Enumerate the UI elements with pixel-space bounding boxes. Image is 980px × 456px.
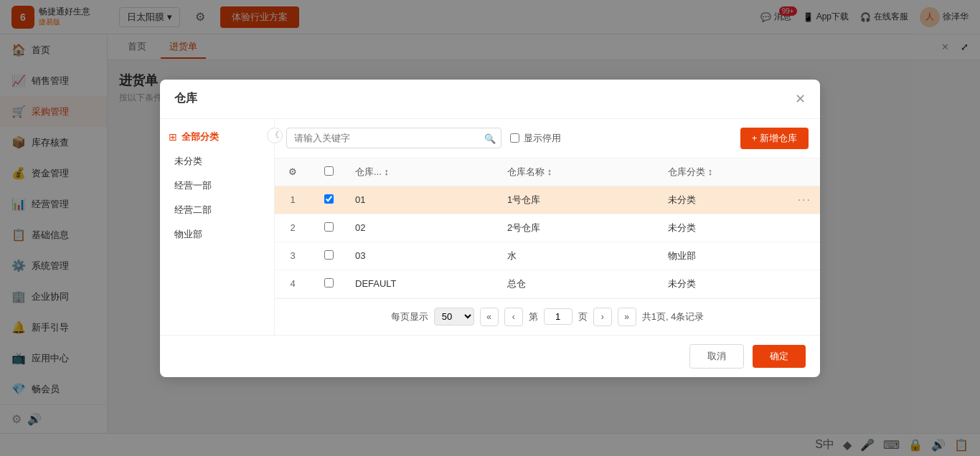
row-checkbox-cell[interactable]: [311, 242, 347, 270]
row-category: 物业部···: [659, 242, 820, 270]
col-category[interactable]: 仓库分类 ↕: [659, 158, 820, 186]
show-disabled-checkbox[interactable]: [510, 133, 519, 143]
row-name: 1号仓库: [499, 186, 659, 214]
col-name[interactable]: 仓库名称 ↕: [499, 158, 659, 186]
page-suffix: 页: [578, 310, 588, 323]
add-warehouse-button[interactable]: + 新增仓库: [740, 128, 809, 149]
table-row[interactable]: 2 02 2号仓库 未分类···: [275, 214, 820, 242]
total-info: 共1页, 4条记录: [642, 310, 705, 323]
row-checkbox-cell[interactable]: [311, 214, 347, 242]
row-name: 水: [499, 242, 659, 270]
show-disabled-label[interactable]: 显示停用: [510, 132, 561, 145]
first-page-button[interactable]: «: [480, 308, 499, 326]
modal-footer: 取消 确定: [160, 335, 820, 377]
row-checkbox-cell[interactable]: [311, 270, 347, 298]
next-page-button[interactable]: ›: [593, 308, 612, 326]
row-name: 2号仓库: [499, 214, 659, 242]
row-checkbox-cell[interactable]: [311, 186, 347, 214]
page-label: 第: [529, 310, 538, 323]
category-unclassified[interactable]: 未分类: [160, 149, 274, 174]
modal-overlay: 仓库 ✕ ⊞ 全部分类 《 未分类 经营一部 经营二部: [0, 0, 980, 456]
prev-page-button[interactable]: ‹: [504, 308, 523, 326]
row-number: 2: [275, 214, 311, 242]
row-code: 01: [347, 186, 499, 214]
row-code: 02: [347, 214, 499, 242]
modal-title: 仓库: [174, 91, 197, 106]
content-panel: 🔍 显示停用 + 新增仓库 ⚙: [275, 119, 820, 335]
row-code: 03: [347, 242, 499, 270]
last-page-button[interactable]: »: [618, 308, 636, 326]
table-row[interactable]: 4 DEFAULT 总仓 未分类···: [275, 270, 820, 298]
search-icon[interactable]: 🔍: [484, 133, 496, 143]
table-row[interactable]: 3 03 水 物业部···: [275, 242, 820, 270]
modal-close-button[interactable]: ✕: [795, 91, 806, 107]
content-toolbar: 🔍 显示停用 + 新增仓库: [275, 119, 820, 158]
row-checkbox[interactable]: [324, 250, 334, 260]
category-panel: ⊞ 全部分类 《 未分类 经营一部 经营二部 物业部: [160, 119, 275, 335]
all-category-label: 全部分类: [182, 130, 219, 143]
grid-icon: ⊞: [169, 131, 177, 143]
col-code[interactable]: 仓库... ↕: [347, 158, 499, 186]
search-input[interactable]: [286, 128, 501, 148]
row-number: 3: [275, 242, 311, 270]
warehouse-table: ⚙ 仓库... ↕ 仓库名称 ↕ 仓库分类 ↕: [275, 158, 820, 298]
per-page-select[interactable]: 50 100 200: [434, 308, 474, 326]
row-category: 未分类···: [659, 186, 820, 214]
select-all-checkbox[interactable]: [324, 166, 334, 176]
row-name: 总仓: [499, 270, 659, 298]
row-number: 1: [275, 186, 311, 214]
collapse-panel-button[interactable]: 《: [267, 128, 283, 143]
row-checkbox[interactable]: [324, 278, 334, 288]
category-property[interactable]: 物业部: [160, 222, 274, 247]
row-code: DEFAULT: [347, 270, 499, 298]
warehouse-table-wrap: ⚙ 仓库... ↕ 仓库名称 ↕ 仓库分类 ↕: [275, 158, 820, 298]
row-actions-icon[interactable]: ···: [798, 194, 811, 206]
modal-header: 仓库 ✕: [160, 80, 820, 119]
cancel-button[interactable]: 取消: [689, 344, 744, 369]
confirm-button[interactable]: 确定: [753, 345, 806, 368]
modal-body: ⊞ 全部分类 《 未分类 经营一部 经营二部 物业部: [160, 119, 820, 335]
category-dept1[interactable]: 经营一部: [160, 174, 274, 198]
all-category-button[interactable]: ⊞ 全部分类: [160, 125, 274, 149]
per-page-label: 每页显示: [391, 310, 428, 323]
row-checkbox[interactable]: [324, 194, 334, 204]
row-number: 4: [275, 270, 311, 298]
search-wrap: 🔍: [286, 128, 501, 148]
row-checkbox[interactable]: [324, 222, 334, 232]
table-row[interactable]: 1 01 1号仓库 未分类···: [275, 186, 820, 214]
col-settings: ⚙: [275, 158, 311, 186]
col-checkbox: [311, 158, 347, 186]
pagination-bar: 每页显示 50 100 200 « ‹ 第 页 › » 共1页, 4条记录: [275, 298, 820, 335]
row-category: 未分类···: [659, 270, 820, 298]
page-number-input[interactable]: [544, 308, 573, 325]
warehouse-modal: 仓库 ✕ ⊞ 全部分类 《 未分类 经营一部 经营二部: [160, 80, 820, 377]
category-dept2[interactable]: 经营二部: [160, 198, 274, 222]
row-category: 未分类···: [659, 214, 820, 242]
